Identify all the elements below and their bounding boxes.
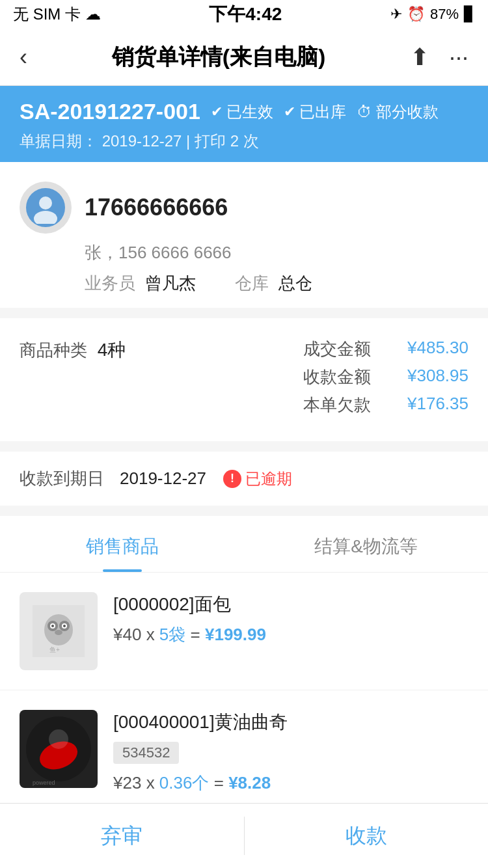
debt-row: 本单欠款 ¥176.35 <box>303 394 468 416</box>
order-id-row: SA-20191227-001 ✔ 已生效 ✔ 已出库 ⏱ 部分收款 <box>20 99 468 124</box>
product-price-2: ¥23 x 0.36个 = ¥8.28 <box>113 772 468 794</box>
overdue-badge: ! 已逾期 <box>223 468 292 489</box>
status-time: 下午4:42 <box>209 2 282 27</box>
order-date-row: 单据日期： 2019-12-27 | 打印 2 次 <box>20 131 468 152</box>
svg-point-15 <box>49 729 68 749</box>
check-icon-delivered: ✔ <box>284 103 295 120</box>
bottom-bar: 弃审 收款 <box>0 803 488 868</box>
price-base-1: ¥40 <box>113 625 141 644</box>
tab-settlement-label: 结算&物流等 <box>314 536 418 556</box>
debt-amount: ¥176.35 <box>390 394 468 416</box>
summary-main-row: 商品种类 4种 成交金额 ¥485.30 收款金额 ¥308.95 本单欠款 ¥… <box>20 338 468 422</box>
transaction-row: 成交金额 ¥485.30 <box>303 338 468 360</box>
status-delivered: ✔ 已出库 <box>284 102 346 122</box>
price-qty-2: 0.36个 <box>159 773 210 793</box>
svg-point-10 <box>55 630 62 635</box>
cancel-button[interactable]: 弃审 <box>0 804 244 868</box>
received-label: 收款金额 <box>303 366 371 388</box>
svg-point-8 <box>51 625 54 627</box>
share-button[interactable]: ⬆ <box>410 44 429 71</box>
product-list: 鱼+ [0000002]面包 ¥40 x 5袋 = ¥199.99 powere… <box>0 573 488 815</box>
order-date-value: 2019-12-27 <box>102 132 182 150</box>
avatar-icon <box>26 188 65 227</box>
overdue-icon: ! <box>223 470 241 488</box>
status-bar: 无 SIM 卡 ☁ 下午4:42 ✈ ⏰ 87% ▊ <box>0 0 488 29</box>
svg-point-0 <box>39 197 52 210</box>
received-amount: ¥308.95 <box>390 366 468 388</box>
more-button[interactable]: ··· <box>449 44 468 71</box>
warehouse-label: 仓库 <box>235 273 269 293</box>
svg-point-1 <box>34 211 57 224</box>
nav-right: ⬆ ··· <box>410 44 468 71</box>
status-left: 无 SIM 卡 ☁ <box>13 4 101 25</box>
salesperson-field: 业务员 曾凡杰 <box>85 272 196 295</box>
product-type-label: 商品种类 <box>20 340 87 360</box>
confirm-button[interactable]: 收款 <box>245 804 489 868</box>
warehouse-field: 仓库 总仓 <box>235 272 312 295</box>
received-row: 收款金额 ¥308.95 <box>303 366 468 388</box>
page-title: 销货单详情(来自电脑) <box>112 42 326 72</box>
back-button[interactable]: ‹ <box>20 44 27 71</box>
location-icon: ✈ <box>390 6 402 23</box>
svg-text:鱼+: 鱼+ <box>49 646 60 653</box>
alarm-icon: ⏰ <box>407 6 425 23</box>
battery-text: 87% <box>430 6 459 23</box>
customer-phone: 17666666666 <box>85 194 228 221</box>
due-section: 收款到期日 2019-12-27 ! 已逾期 <box>0 452 488 506</box>
salesperson-value: 曾凡杰 <box>145 273 196 293</box>
status-right: ✈ ⏰ 87% ▊ <box>390 6 475 23</box>
sim-text: 无 SIM 卡 ☁ <box>13 4 101 25</box>
price-total-2: ¥8.28 <box>228 773 271 793</box>
product-name-1: [0000002]面包 <box>113 592 468 617</box>
product-item-2: powered [000400001]黄油曲奇 534532 ¥23 x 0.3… <box>0 690 488 815</box>
product-name-2: [000400001]黄油曲奇 <box>113 710 468 735</box>
customer-meta: 业务员 曾凡杰 仓库 总仓 <box>20 272 468 295</box>
order-header-banner: SA-20191227-001 ✔ 已生效 ✔ 已出库 ⏱ 部分收款 单据日期：… <box>0 86 488 162</box>
customer-section: 17666666666 张，156 6666 6666 业务员 曾凡杰 仓库 总… <box>0 162 488 308</box>
price-base-2: ¥23 <box>113 773 141 793</box>
summary-section: 商品种类 4种 成交金额 ¥485.30 收款金额 ¥308.95 本单欠款 ¥… <box>0 318 488 441</box>
price-total-1: ¥199.99 <box>205 625 266 644</box>
product-price-1: ¥40 x 5袋 = ¥199.99 <box>113 623 468 646</box>
product-sku-2: 534532 <box>113 742 179 764</box>
print-info: | 打印 2 次 <box>186 132 259 150</box>
tab-section: 销售商品 结算&物流等 <box>0 516 488 573</box>
customer-contact: 张，156 6666 6666 <box>20 241 468 264</box>
svg-text:powered: powered <box>33 780 55 786</box>
due-date-value: 2019-12-27 <box>120 468 206 489</box>
product-type-field: 商品种类 4种 <box>20 338 126 362</box>
check-icon-effective: ✔ <box>211 103 223 120</box>
tab-bar: 销售商品 结算&物流等 <box>0 516 488 573</box>
product-thumb-2: powered <box>20 710 98 788</box>
tab-settlement[interactable]: 结算&物流等 <box>244 516 488 572</box>
product-info-2: [000400001]黄油曲奇 534532 ¥23 x 0.36个 = ¥8.… <box>113 710 468 794</box>
transaction-label: 成交金额 <box>303 338 371 360</box>
customer-main-row: 17666666666 <box>20 182 468 234</box>
status-payment: ⏱ 部分收款 <box>357 102 439 122</box>
order-id-text: SA-20191227-001 <box>20 99 200 124</box>
product-thumb-1: 鱼+ <box>20 592 98 670</box>
product-info-1: [0000002]面包 ¥40 x 5袋 = ¥199.99 <box>113 592 468 670</box>
amounts-column: 成交金额 ¥485.30 收款金额 ¥308.95 本单欠款 ¥176.35 <box>303 338 468 422</box>
tab-sales-products-label: 销售商品 <box>86 536 159 556</box>
transaction-amount: ¥485.30 <box>390 338 468 360</box>
product-item: 鱼+ [0000002]面包 ¥40 x 5袋 = ¥199.99 <box>0 573 488 690</box>
price-qty-1: 5袋 <box>159 625 185 644</box>
battery-icon: ▊ <box>464 6 475 23</box>
clock-icon: ⏱ <box>357 103 372 121</box>
warehouse-value: 总仓 <box>278 273 312 293</box>
nav-bar: ‹ 销货单详情(来自电脑) ⬆ ··· <box>0 29 488 86</box>
debt-label: 本单欠款 <box>303 394 371 416</box>
tab-sales-products[interactable]: 销售商品 <box>0 516 244 572</box>
due-label: 收款到期日 <box>20 467 104 490</box>
product-type-count: 4种 <box>98 340 126 360</box>
date-label: 单据日期： <box>20 132 98 150</box>
overdue-text: 已逾期 <box>245 468 292 489</box>
salesperson-label: 业务员 <box>85 273 135 293</box>
avatar <box>20 182 72 234</box>
status-effective: ✔ 已生效 <box>211 102 273 122</box>
svg-point-9 <box>63 625 66 627</box>
